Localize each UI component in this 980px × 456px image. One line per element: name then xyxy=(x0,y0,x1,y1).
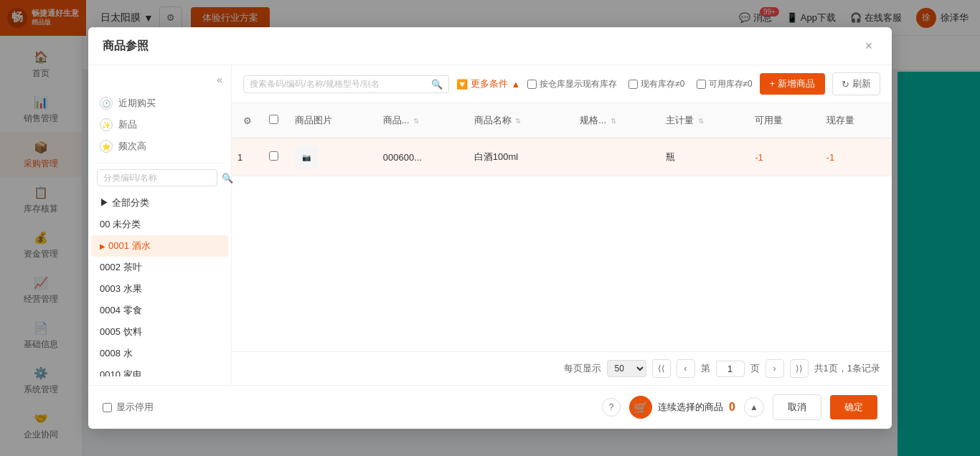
filter-checkboxes: 按仓库显示现有库存 现有库存≠0 可用库存≠0 xyxy=(527,78,753,90)
footer-center: ? 🛒 连续选择的商品 0 ▲ 取消 确定 xyxy=(602,394,877,420)
category-0005[interactable]: 0005 饮料 xyxy=(91,321,228,343)
product-table-container: ⚙ 商品图片 商品... ⇅ xyxy=(232,103,892,351)
category-00[interactable]: 00 未分类 xyxy=(91,214,228,235)
collapse-selected-button[interactable]: ▲ xyxy=(744,397,764,417)
th-image: 商品图片 xyxy=(289,103,377,138)
sort-spec-icon: ⇅ xyxy=(611,117,616,125)
th-name[interactable]: 商品名称 ⇅ xyxy=(468,103,574,138)
column-settings-icon[interactable]: ⚙ xyxy=(237,110,258,130)
category-0003[interactable]: 0003 水果 xyxy=(91,278,228,300)
cancel-button[interactable]: 取消 xyxy=(773,394,821,420)
td-unit: 瓶 xyxy=(660,138,749,176)
category-0002[interactable]: 0002 茶叶 xyxy=(91,257,228,278)
modal-overlay: 商品参照 × « 🕐 近期购买 ✨ 新品 xyxy=(0,0,980,456)
td-name: 白酒100ml xyxy=(468,138,574,176)
filter-collapse-icon: ▲ xyxy=(511,79,520,90)
row-checkbox[interactable] xyxy=(269,151,278,161)
category-0010[interactable]: 0010 家电 xyxy=(91,364,228,376)
category-arrow-0001: ▶ xyxy=(100,242,105,250)
quick-item-recent[interactable]: 🕐 近期购买 xyxy=(91,92,228,114)
cart-area: 🛒 连续选择的商品 0 xyxy=(629,396,735,419)
sort-unit-icon: ⇅ xyxy=(698,117,704,125)
search-magnifier-icon[interactable]: 🔍 xyxy=(431,79,443,90)
collapse-icon: ▲ xyxy=(750,402,758,412)
page-number-input[interactable] xyxy=(716,361,745,377)
modal-close-button[interactable]: × xyxy=(860,37,877,54)
td-index: 1 xyxy=(232,138,263,176)
checkbox-warehouse-text: 按仓库显示现有库存 xyxy=(540,78,617,90)
modal-title: 商品参照 xyxy=(103,39,149,54)
collapse-left-button[interactable]: « xyxy=(217,74,222,85)
category-all[interactable]: ▶ 全部分类 xyxy=(91,192,228,214)
refresh-button[interactable]: ↻ 刷新 xyxy=(832,72,880,95)
cart-icon: 🛒 xyxy=(629,396,652,419)
checkbox-warehouse[interactable] xyxy=(527,80,537,89)
category-search: 🔍 xyxy=(88,169,231,186)
sort-code-icon: ⇅ xyxy=(413,117,419,125)
pagination-bar: 每页显示 50 100 200 ⟨⟨ ‹ 第 页 › ⟩⟩ 共1页，1条记录 xyxy=(232,351,892,385)
quick-items: 🕐 近期购买 ✨ 新品 ⭐ 频次高 xyxy=(88,92,231,157)
modal-left-panel: « 🕐 近期购买 ✨ 新品 ⭐ 频次高 xyxy=(88,65,232,385)
td-checkbox[interactable] xyxy=(263,138,289,176)
td-available: -1 xyxy=(749,138,820,176)
checkbox-current[interactable] xyxy=(628,80,638,89)
table-body: 1 📷 xyxy=(232,138,892,176)
table-row: 1 📷 xyxy=(232,138,892,176)
refresh-label: 刷新 xyxy=(852,77,871,90)
category-0008[interactable]: 0008 水 xyxy=(91,343,228,364)
filter-button[interactable]: 🔽 更多条件 ▲ xyxy=(456,77,520,90)
checkbox-usable-label[interactable]: 可用库存≠0 xyxy=(697,78,753,90)
checkbox-usable-text: 可用库存≠0 xyxy=(709,78,753,90)
th-code[interactable]: 商品... ⇅ xyxy=(377,103,468,138)
prev-page-button[interactable]: ‹ xyxy=(677,359,695,378)
left-panel-header: « xyxy=(88,74,231,92)
per-page-label: 每页显示 xyxy=(564,362,601,375)
frequent-icon: ⭐ xyxy=(100,140,113,153)
td-image: 📷 xyxy=(289,138,377,176)
recent-icon: 🕐 xyxy=(100,97,113,110)
category-0004[interactable]: 0004 零食 xyxy=(91,300,228,321)
modal-right-panel: 🔍 🔽 更多条件 ▲ 按仓库显示现有库存 xyxy=(232,65,892,385)
category-00-label: 00 未分类 xyxy=(100,218,141,231)
category-list: ▶ 全部分类 00 未分类 ▶ 0001 酒水 0002 茶叶 0003 水果 xyxy=(88,192,231,376)
add-product-button[interactable]: + 新增商品 xyxy=(760,73,825,95)
sort-name-icon: ⇅ xyxy=(515,117,521,125)
confirm-button[interactable]: 确定 xyxy=(830,395,877,419)
quick-item-new[interactable]: ✨ 新品 xyxy=(91,114,228,136)
quick-item-frequent[interactable]: ⭐ 频次高 xyxy=(91,136,228,157)
selected-label: 连续选择的商品 xyxy=(658,401,723,414)
help-button[interactable]: ? xyxy=(602,398,621,417)
refresh-icon: ↻ xyxy=(842,79,849,90)
total-pages-label: 共1页，1条记录 xyxy=(814,362,880,375)
first-page-button[interactable]: ⟨⟨ xyxy=(652,359,671,378)
category-0010-label: 0010 家电 xyxy=(100,369,142,376)
modal-header: 商品参照 × xyxy=(88,27,892,65)
checkbox-usable[interactable] xyxy=(697,80,706,89)
checkbox-current-label[interactable]: 现有库存≠0 xyxy=(628,78,684,90)
product-table: ⚙ 商品图片 商品... ⇅ xyxy=(232,103,892,176)
show-disabled-checkbox-label[interactable]: 显示停用 xyxy=(103,401,154,414)
show-disabled-checkbox[interactable] xyxy=(103,403,112,412)
product-search-box: 🔍 xyxy=(243,75,449,93)
new-icon: ✨ xyxy=(100,118,113,131)
th-spec[interactable]: 规格... ⇅ xyxy=(574,103,660,138)
th-available: 可用量 xyxy=(749,103,820,138)
checkbox-warehouse-label[interactable]: 按仓库显示现有库存 xyxy=(527,78,617,90)
next-page-button[interactable]: › xyxy=(765,359,784,378)
select-all-checkbox[interactable] xyxy=(269,115,278,124)
product-search-input[interactable] xyxy=(250,79,431,89)
category-0005-label: 0005 饮料 xyxy=(100,326,142,338)
category-0001[interactable]: ▶ 0001 酒水 xyxy=(91,235,228,257)
product-reference-modal: 商品参照 × « 🕐 近期购买 ✨ 新品 xyxy=(88,27,892,429)
page-unit: 页 xyxy=(750,362,760,375)
show-disabled-label: 显示停用 xyxy=(116,401,154,414)
category-0003-label: 0003 水果 xyxy=(100,282,142,295)
per-page-select[interactable]: 50 100 200 xyxy=(607,360,646,377)
last-page-button[interactable]: ⟩⟩ xyxy=(790,359,809,378)
page-label: 第 xyxy=(701,362,710,375)
th-unit[interactable]: 主计量 ⇅ xyxy=(660,103,749,138)
modal-toolbar: 🔍 🔽 更多条件 ▲ 按仓库显示现有库存 xyxy=(232,65,892,103)
category-search-input[interactable] xyxy=(97,169,217,186)
modal-footer: 显示停用 ? 🛒 连续选择的商品 0 ▲ 取消 确定 xyxy=(88,385,892,429)
product-thumbnail: 📷 xyxy=(295,146,318,168)
